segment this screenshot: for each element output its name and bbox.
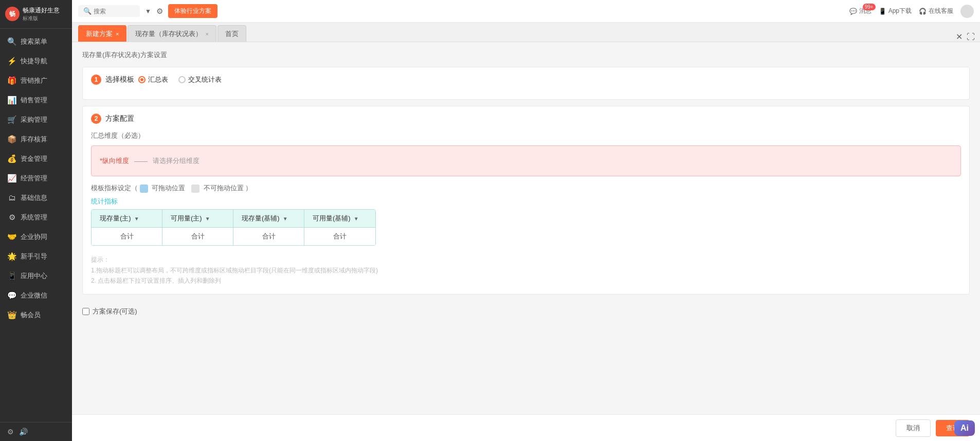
radio-label-crosstab: 交叉统计表 <box>188 75 222 84</box>
sidebar-item-shortcut[interactable]: ⚡快捷导航 <box>0 51 72 71</box>
sidebar-item-wechat[interactable]: 💬企业微信 <box>0 286 72 305</box>
sidebar-item-purchase[interactable]: 🛒采购管理 <box>0 110 72 130</box>
save-row: 方案保存(可选) <box>82 301 970 319</box>
sidebar-item-enterprise[interactable]: 🤝企业协同 <box>0 227 72 247</box>
sidebar-item-basic[interactable]: 🗂基础信息 <box>0 188 72 208</box>
tabbar: 新建方案×现存量（库存状况表）×首页 ✕⛶ <box>72 23 980 42</box>
col-dropdown-icon-0[interactable]: ▼ <box>134 216 139 222</box>
topbar-dropdown-icon[interactable]: ▼ <box>145 8 151 15</box>
sidebar-footer: ⚙ 🔊 <box>0 422 72 441</box>
stats-cell-0-3: 合计 <box>304 228 375 245</box>
radio-summary[interactable]: 汇总表 <box>138 75 168 84</box>
col-dropdown-icon-2[interactable]: ▼ <box>283 216 288 222</box>
trial-btn[interactable]: 体验行业方案 <box>168 4 217 18</box>
tab-new-plan[interactable]: 新建方案× <box>78 25 126 42</box>
sidebar-label-marketing: 营销推广 <box>21 76 47 85</box>
sidebar-item-system[interactable]: ⚙系统管理 <box>0 208 72 227</box>
stats-header-cell-2[interactable]: 现存量(基辅)▼ <box>233 210 304 227</box>
tab-inventory[interactable]: 现存量（库存状况表）× <box>128 25 216 42</box>
member-icon: 👑 <box>7 310 16 320</box>
sidebar-label-search: 搜索菜单 <box>21 37 47 46</box>
dimension-placeholder: 请选择分组维度 <box>153 156 199 166</box>
sidebar-label-shortcut: 快捷导航 <box>21 57 47 66</box>
tab-close-all-icon[interactable]: ✕ <box>956 32 963 42</box>
stats-cell-0-1: 合计 <box>162 228 233 245</box>
sidebar-label-finance: 资金管理 <box>21 154 47 163</box>
sidebar-item-appstore[interactable]: 📱应用中心 <box>0 266 72 286</box>
col-dropdown-icon-3[interactable]: ▼ <box>354 216 359 222</box>
tab-expand-icon[interactable]: ⛶ <box>967 32 975 42</box>
stats-cell-0-0: 合计 <box>92 228 162 245</box>
radio-label-summary: 汇总表 <box>148 75 168 84</box>
volume-icon[interactable]: 🔊 <box>19 428 28 436</box>
sidebar-item-finance[interactable]: 💰资金管理 <box>0 149 72 169</box>
stats-header-cell-1[interactable]: 可用量(主)▼ <box>162 210 233 227</box>
indicator-row: 模板指标设定（ 可拖动位置 不可拖动位置 ） <box>91 183 961 193</box>
messages-btn[interactable]: 💬 消息 99+ <box>849 7 872 15</box>
sidebar-item-search[interactable]: 🔍搜索菜单 <box>0 32 72 51</box>
shortcut-icon: ⚡ <box>7 57 16 66</box>
topbar-gear-icon[interactable]: ⚙ <box>156 7 163 16</box>
summary-dim-label: 汇总维度（必选） <box>91 131 961 140</box>
step1-num: 1 <box>91 75 101 85</box>
app-download-btn[interactable]: 📱 App下载 <box>879 7 912 15</box>
tab-home[interactable]: 首页 <box>217 25 246 42</box>
dimension-area[interactable]: *纵向维度 —— 请选择分组维度 <box>91 145 961 176</box>
search-icon: 🔍 <box>7 37 16 46</box>
tip-item-0: 1.拖动标题栏可以调整布局，不可跨维度或指标区域拖动栏目字段(只能在同一维度或指… <box>91 266 961 275</box>
online-service-btn[interactable]: 🎧 在线客服 <box>919 7 953 15</box>
stats-header-cell-3[interactable]: 可用量(基辅)▼ <box>304 210 375 227</box>
tab-label-home: 首页 <box>225 29 239 39</box>
inventory-icon: 📦 <box>7 135 16 144</box>
sidebar-item-marketing[interactable]: 🎁营销推广 <box>0 71 72 90</box>
ai-badge[interactable]: Ai <box>954 420 975 436</box>
newbie-icon: 🌟 <box>7 252 16 261</box>
search-bar[interactable]: 🔍 <box>78 5 140 17</box>
tab-close-inventory[interactable]: × <box>205 31 208 37</box>
non-draggable-badge <box>191 185 199 193</box>
step2-label: 方案配置 <box>105 114 134 123</box>
user-avatar[interactable] <box>960 5 974 18</box>
search-icon: 🔍 <box>83 7 92 15</box>
sidebar-label-member: 畅会员 <box>21 310 41 320</box>
purchase-icon: 🛒 <box>7 115 16 124</box>
search-input[interactable] <box>94 8 135 15</box>
finance-icon: 💰 <box>7 154 16 163</box>
save-checkbox[interactable] <box>82 308 89 315</box>
step2-header: 2 方案配置 <box>91 114 961 124</box>
sidebar-label-purchase: 采购管理 <box>21 115 47 124</box>
stats-table: 现存量(主)▼可用量(主)▼现存量(基辅)▼可用量(基辅)▼ 合计合计合计合计 <box>91 209 376 246</box>
tab-label-inventory: 现存量（库存状况表） <box>135 29 202 39</box>
settings-icon[interactable]: ⚙ <box>7 428 14 436</box>
page-title: 现存量(库存状况表)方案设置 <box>82 50 970 60</box>
stats-col-label-1: 可用量(主) <box>171 214 202 223</box>
sidebar-label-basic: 基础信息 <box>21 193 47 203</box>
radio-crosstab[interactable]: 交叉统计表 <box>178 75 222 84</box>
app-logo-icon: 畅 <box>5 7 20 21</box>
stats-header-cell-0[interactable]: 现存量(主)▼ <box>92 210 162 227</box>
system-icon: ⚙ <box>7 213 16 222</box>
app-logo-text: 畅康通好生意 标准版 <box>23 6 60 22</box>
sidebar-item-newbie[interactable]: 🌟新手引导 <box>0 247 72 266</box>
template-radio-group: 汇总表交叉统计表 <box>138 75 222 84</box>
basic-icon: 🗂 <box>7 193 16 203</box>
sidebar-label-appstore: 应用中心 <box>21 271 47 281</box>
sidebar-item-inventory[interactable]: 📦库存核算 <box>0 130 72 149</box>
cancel-button[interactable]: 取消 <box>896 419 931 437</box>
step1-label: 选择模板 <box>105 75 134 84</box>
col-dropdown-icon-1[interactable]: ▼ <box>205 216 210 222</box>
sidebar-item-operations[interactable]: 📈经营管理 <box>0 169 72 188</box>
tab-close-new-plan[interactable]: × <box>116 31 119 37</box>
sidebar-label-sales: 销售管理 <box>21 96 47 105</box>
stats-col-label-2: 现存量(基辅) <box>242 214 280 223</box>
indicator-label-text: 模板指标设定（ 可拖动位置 不可拖动位置 ） <box>91 183 252 193</box>
stats-section: 统计指标 现存量(主)▼可用量(主)▼现存量(基辅)▼可用量(基辅)▼ 合计合计… <box>91 197 961 247</box>
messages-badge: 99+ <box>863 4 876 10</box>
marketing-icon: 🎁 <box>7 76 16 85</box>
sidebar: 畅 畅康通好生意 标准版 🔍搜索菜单⚡快捷导航🎁营销推广📊销售管理🛒采购管理📦库… <box>0 0 72 441</box>
dimension-row: *纵向维度 —— 请选择分组维度 <box>100 156 952 166</box>
sidebar-item-member[interactable]: 👑畅会员 <box>0 305 72 325</box>
stats-col-label-3: 可用量(基辅) <box>313 214 351 223</box>
sidebar-item-sales[interactable]: 📊销售管理 <box>0 90 72 110</box>
message-icon: 💬 <box>849 8 857 15</box>
